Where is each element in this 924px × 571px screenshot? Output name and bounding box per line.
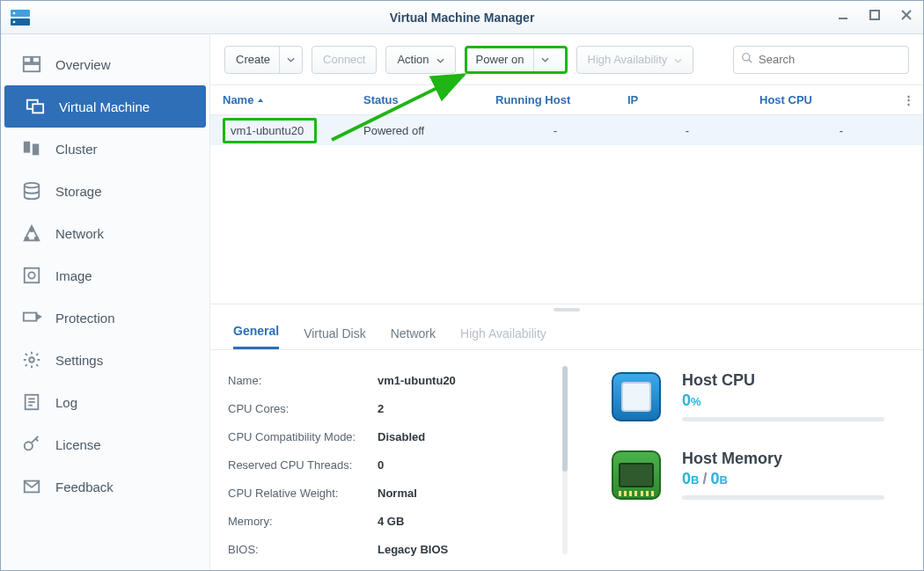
tab-network[interactable]: Network (391, 326, 436, 349)
sidebar-item-label: Network (55, 226, 104, 241)
sidebar-item-feedback[interactable]: Feedback (1, 465, 209, 508)
vm-name-cell: vm1-ubuntu20 (223, 118, 317, 143)
scrollbar-thumb[interactable] (562, 366, 568, 472)
network-icon (20, 223, 43, 244)
maximize-button[interactable] (865, 6, 884, 24)
table-header: Name Status Running Host IP Host CPU ⋮ (210, 85, 923, 115)
search-icon (741, 52, 753, 67)
sidebar-item-label: Settings (55, 353, 103, 368)
sidebar-item-virtual-machine[interactable]: Virtual Machine (4, 85, 206, 128)
svg-rect-9 (33, 57, 40, 62)
gear-icon (20, 349, 43, 370)
col-running-host[interactable]: Running Host (483, 93, 615, 106)
table-row[interactable]: vm1-ubuntu20 Powered off - - - (210, 115, 923, 145)
chevron-down-icon[interactable] (533, 48, 556, 71)
svg-rect-12 (33, 104, 43, 113)
sidebar-item-label: License (55, 437, 101, 452)
app-icon (10, 9, 31, 26)
svg-point-3 (13, 20, 16, 23)
prop-value: Disabled (378, 430, 425, 443)
power-on-button[interactable]: Power on (465, 46, 568, 74)
prop-key: BIOS: (228, 543, 378, 556)
stat-mem-used: 0 (682, 470, 691, 487)
svg-point-27 (25, 442, 33, 450)
svg-point-22 (29, 357, 34, 362)
create-button[interactable]: Create (224, 46, 303, 74)
svg-rect-10 (24, 64, 40, 71)
prop-value: Normal (378, 487, 417, 500)
key-icon (20, 434, 43, 455)
svg-point-18 (35, 238, 39, 241)
svg-rect-21 (24, 313, 37, 321)
protection-icon (20, 307, 43, 328)
vm-cpu-cell: - (747, 124, 923, 137)
sort-asc-icon (257, 93, 264, 106)
sidebar-item-overview[interactable]: Overview (1, 43, 209, 85)
svg-point-2 (13, 11, 16, 14)
high-availability-button[interactable]: High Availability (576, 46, 694, 74)
col-ip[interactable]: IP (615, 93, 747, 106)
col-name[interactable]: Name (210, 93, 351, 106)
power-on-label: Power on (476, 53, 524, 66)
prop-key: Name: (228, 374, 378, 387)
stat-mem-total: 0 (710, 470, 719, 487)
prop-key: CPU Compatibility Mode: (228, 430, 378, 443)
sidebar-item-protection[interactable]: Protection (1, 296, 209, 339)
log-icon (20, 392, 43, 413)
envelope-icon (20, 476, 43, 497)
sidebar-item-network[interactable]: Network (1, 212, 209, 254)
column-options-icon[interactable]: ⋮ (903, 93, 914, 106)
col-status[interactable]: Status (351, 93, 483, 106)
stat-cpu-unit: % (691, 395, 701, 408)
stat-cpu-label: Host CPU (682, 371, 884, 390)
col-host-cpu[interactable]: Host CPU (747, 93, 923, 106)
search-input[interactable] (759, 53, 901, 66)
scrollbar[interactable] (562, 366, 568, 554)
action-button[interactable]: Action (385, 46, 455, 74)
svg-rect-13 (24, 142, 30, 153)
action-label: Action (397, 53, 429, 66)
window-title: Virtual Machine Manager (1, 11, 923, 25)
resize-handle[interactable] (210, 304, 923, 315)
storage-icon (20, 180, 43, 201)
sidebar-item-cluster[interactable]: Cluster (1, 128, 209, 170)
prop-value: 2 (378, 402, 384, 415)
sidebar-item-settings[interactable]: Settings (1, 339, 209, 381)
svg-rect-5 (870, 11, 879, 19)
prop-value: 0 (378, 458, 384, 472)
svg-point-15 (25, 183, 40, 188)
search-box[interactable] (733, 46, 909, 74)
connect-button[interactable]: Connect (312, 46, 377, 74)
chevron-down-icon (674, 53, 682, 66)
chevron-down-icon (436, 53, 444, 66)
prop-value: 4 GB (378, 515, 404, 528)
sidebar-item-license[interactable]: License (1, 423, 209, 465)
sidebar-item-log[interactable]: Log (1, 381, 209, 423)
chevron-down-icon[interactable] (279, 47, 302, 73)
sidebar-item-label: Cluster (55, 142, 98, 157)
vm-host-cell: - (483, 124, 615, 137)
titlebar: Virtual Machine Manager (1, 1, 923, 34)
stat-mem-bar (682, 495, 884, 500)
sidebar-item-label: Image (55, 268, 92, 283)
cpu-badge-icon (612, 372, 661, 421)
prop-key: Reserved CPU Threads: (228, 458, 378, 472)
svg-point-17 (26, 238, 29, 241)
svg-point-20 (28, 272, 34, 278)
prop-key: CPU Cores: (228, 402, 378, 415)
tab-virtual-disk[interactable]: Virtual Disk (304, 326, 366, 349)
prop-key: Memory: (228, 515, 378, 528)
stat-mem-total-unit: B (719, 473, 727, 487)
close-button[interactable] (897, 6, 916, 24)
properties-panel: Name:vm1-ubuntu20 CPU Cores:2 CPU Compat… (228, 366, 545, 554)
svg-rect-8 (24, 57, 31, 62)
minimize-button[interactable] (833, 6, 853, 24)
tab-high-availability[interactable]: High Availability (460, 326, 546, 349)
sidebar-item-storage[interactable]: Storage (1, 170, 209, 212)
connect-label: Connect (323, 53, 365, 66)
create-label: Create (236, 53, 270, 66)
sidebar-item-label: Storage (55, 184, 102, 199)
tab-general[interactable]: General (233, 324, 279, 349)
sidebar-item-image[interactable]: Image (1, 254, 209, 296)
sidebar-item-label: Overview (55, 57, 111, 72)
